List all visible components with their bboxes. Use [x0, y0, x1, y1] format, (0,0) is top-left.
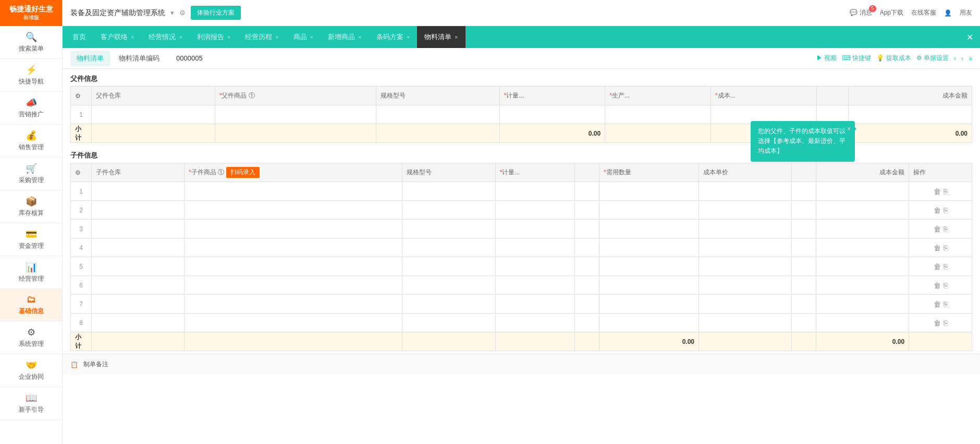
child-row-3-warehouse[interactable]: [92, 220, 185, 238]
child-row-4-delete-icon[interactable]: 🗑: [934, 244, 941, 252]
child-row-8-extra[interactable]: [575, 314, 599, 332]
child-row-2-extra[interactable]: [575, 201, 599, 220]
sidebar-item-inventory[interactable]: 📦 库存核算: [0, 190, 62, 223]
sidebar-item-marketing[interactable]: 📣 营销推广: [0, 92, 62, 125]
message-item[interactable]: 💬 5 消息: [850, 8, 872, 17]
tab-barcode-close[interactable]: ×: [407, 34, 410, 40]
child-row-3-unit[interactable]: [495, 220, 575, 238]
child-row-7-unit-cost[interactable]: [699, 295, 791, 314]
child-row-5-unit-cost[interactable]: [699, 257, 791, 276]
child-row-1-unit[interactable]: [495, 182, 575, 201]
child-row-6-extra2[interactable]: [792, 276, 816, 295]
tab-new-product-close[interactable]: ×: [358, 34, 361, 40]
child-row-1-qty[interactable]: [599, 182, 699, 201]
parent-row-1-product[interactable]: [215, 105, 376, 124]
try-button[interactable]: 体验行业方案: [191, 6, 241, 20]
child-row-3-spec[interactable]: [402, 220, 495, 238]
nav-prev-btn[interactable]: ‹: [954, 55, 956, 62]
view-link[interactable]: ▶ 视频: [816, 54, 837, 63]
child-row-3-qty[interactable]: [599, 220, 699, 238]
child-row-2-unit[interactable]: [495, 201, 575, 220]
sidebar-item-system[interactable]: ⚙ 系统管理: [0, 321, 62, 354]
tab-bom-close[interactable]: ×: [455, 34, 458, 40]
child-row-1-warehouse[interactable]: [92, 182, 185, 201]
child-row-1-extra2[interactable]: [792, 182, 816, 201]
child-row-5-copy-icon[interactable]: ⎘: [944, 262, 948, 271]
shortcut-link[interactable]: ⌨ 快捷键: [842, 54, 871, 63]
child-row-5-product[interactable]: [185, 257, 402, 276]
sidebar-item-search[interactable]: 🔍 搜索菜单: [0, 26, 62, 59]
child-row-1-delete-icon[interactable]: 🗑: [934, 187, 941, 196]
child-row-7-qty[interactable]: [599, 295, 699, 314]
tab-history-close[interactable]: ×: [275, 34, 278, 40]
parent-row-1-unit[interactable]: [499, 105, 605, 124]
child-row-3-copy-icon[interactable]: ⎘: [944, 225, 948, 233]
child-row-1-spec[interactable]: [402, 182, 495, 201]
close-all-tabs[interactable]: ✕: [962, 32, 977, 42]
child-row-4-copy-icon[interactable]: ⎘: [944, 244, 948, 252]
child-row-6-warehouse[interactable]: [92, 276, 185, 295]
online-service[interactable]: 在线客服: [911, 8, 936, 17]
sidebar-item-guide[interactable]: 📖 新手引导: [0, 387, 62, 420]
child-row-2-delete-icon[interactable]: 🗑: [934, 206, 941, 214]
sidebar-item-finance[interactable]: 💳 资金管理: [0, 223, 62, 256]
child-row-7-warehouse[interactable]: [92, 295, 185, 314]
child-row-5-delete-icon[interactable]: 🗑: [934, 262, 941, 271]
child-row-8-copy-icon[interactable]: ⎘: [944, 319, 948, 327]
child-row-6-unit[interactable]: [495, 276, 575, 295]
child-row-6-unit-cost[interactable]: [699, 276, 791, 295]
child-row-2-copy-icon[interactable]: ⎘: [944, 206, 948, 214]
child-row-7-delete-icon[interactable]: 🗑: [934, 300, 941, 308]
single-settings-link[interactable]: ⚙ 单据设置: [916, 54, 949, 63]
child-row-2-qty[interactable]: [599, 201, 699, 220]
tab-operations-close[interactable]: ×: [179, 34, 182, 40]
child-row-7-product[interactable]: [185, 295, 402, 314]
sidebar-item-quicknav[interactable]: ⚡ 快捷导航: [0, 59, 62, 92]
child-row-5-extra2[interactable]: [792, 257, 816, 276]
child-row-4-spec[interactable]: [402, 238, 495, 257]
user-label[interactable]: 用友: [960, 8, 972, 17]
tab-profit[interactable]: 利润报告 ×: [190, 26, 238, 48]
child-row-5-warehouse[interactable]: [92, 257, 185, 276]
extract-cost-link[interactable]: 💡 提取成本: [876, 54, 911, 63]
gear-icon[interactable]: ⚙: [179, 9, 186, 17]
scan-input-button[interactable]: 扫码录入: [226, 167, 260, 178]
parent-row-1-spec[interactable]: [376, 105, 499, 124]
tab-history[interactable]: 经营历程 ×: [238, 26, 286, 48]
child-row-3-extra[interactable]: [575, 220, 599, 238]
child-row-6-extra[interactable]: [575, 276, 599, 295]
child-row-5-spec[interactable]: [402, 257, 495, 276]
tab-operations[interactable]: 经营情况 ×: [141, 26, 189, 48]
child-row-6-qty[interactable]: [599, 276, 699, 295]
child-row-1-extra[interactable]: [575, 182, 599, 201]
child-row-3-delete-icon[interactable]: 🗑: [934, 225, 941, 233]
tab-barcode[interactable]: 条码方案 ×: [369, 26, 417, 48]
parent-row-1-warehouse[interactable]: [92, 105, 215, 124]
child-row-8-unit[interactable]: [495, 314, 575, 332]
sidebar-item-purchase[interactable]: 🛒 采购管理: [0, 158, 62, 190]
child-row-7-extra2[interactable]: [792, 295, 816, 314]
child-row-5-qty[interactable]: [599, 257, 699, 276]
tab-bom[interactable]: 物料清单 ×: [417, 26, 465, 48]
child-row-5-unit[interactable]: [495, 257, 575, 276]
child-row-3-extra2[interactable]: [792, 220, 816, 238]
parent-row-1-prod[interactable]: [605, 105, 711, 124]
tab-new-product[interactable]: 新增商品 ×: [321, 26, 369, 48]
tab-profit-close[interactable]: ×: [227, 34, 230, 40]
child-row-6-copy-icon[interactable]: ⎘: [944, 281, 948, 290]
child-row-4-unit[interactable]: [495, 238, 575, 257]
child-row-8-delete-icon[interactable]: 🗑: [934, 319, 941, 327]
child-row-1-copy-icon[interactable]: ⎘: [944, 187, 948, 196]
menu-icon[interactable]: ≡: [969, 55, 972, 62]
child-row-6-delete-icon[interactable]: 🗑: [934, 281, 941, 290]
child-row-5-extra[interactable]: [575, 257, 599, 276]
sidebar-item-enterprise[interactable]: 🤝 企业协同: [0, 354, 62, 387]
child-row-4-unit-cost[interactable]: [699, 238, 791, 257]
child-row-3-unit-cost[interactable]: [699, 220, 791, 238]
child-row-8-warehouse[interactable]: [92, 314, 185, 332]
child-row-7-spec[interactable]: [402, 295, 495, 314]
child-row-4-warehouse[interactable]: [92, 238, 185, 257]
child-row-4-extra2[interactable]: [792, 238, 816, 257]
tab-customer[interactable]: 客户联络 ×: [93, 26, 141, 48]
tab-product-close[interactable]: ×: [310, 34, 313, 40]
